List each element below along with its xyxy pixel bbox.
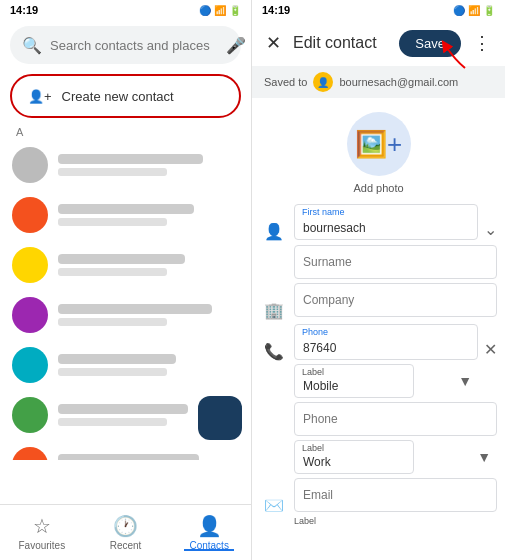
phone1-label-wrap: Label Mobile Home Work ▼ xyxy=(294,364,478,398)
first-name-row: 👤 First name ⌄ xyxy=(260,204,497,241)
right-status-bar: 14:19 🔵 📶 🔋 xyxy=(252,0,505,20)
edit-toolbar: ✕ Edit contact Save ⋮ xyxy=(252,20,505,66)
company-field-wrap xyxy=(294,283,497,317)
left-status-icons: 🔵 📶 🔋 xyxy=(199,5,241,16)
company-input[interactable] xyxy=(294,283,497,317)
email-fields-group: Label xyxy=(294,478,497,526)
contact-sub xyxy=(58,368,167,376)
contact-name xyxy=(58,304,212,314)
avatar xyxy=(12,197,48,233)
contact-sub xyxy=(58,218,167,226)
star-icon: ☆ xyxy=(33,514,51,538)
phone1-field-wrap: Phone xyxy=(294,324,478,360)
contact-sub xyxy=(58,418,167,426)
list-item[interactable] xyxy=(4,340,247,390)
name-fields-group: First name xyxy=(294,204,478,240)
contact-info xyxy=(58,254,239,276)
form-area: 🖼️+ Add photo 👤 First name ⌄ xyxy=(252,98,505,560)
right-time: 14:19 xyxy=(262,4,290,16)
surname-input[interactable] xyxy=(294,245,497,279)
phone1-fields-group: Phone Label Mobile Home Work ▼ xyxy=(294,324,478,398)
search-icon: 🔍 xyxy=(22,36,42,55)
company-fields-group xyxy=(294,283,497,317)
phone1-label: Phone xyxy=(302,327,328,337)
search-bar[interactable]: 🔍 🎤 ⋮ xyxy=(10,26,241,64)
alpha-label: A xyxy=(4,124,247,140)
contact-info xyxy=(58,154,239,176)
first-name-field-wrap: First name xyxy=(294,204,478,240)
email-label-text: Label xyxy=(294,516,316,526)
create-contact-label: Create new contact xyxy=(62,89,174,104)
fab-button[interactable]: ⊞ xyxy=(198,396,242,440)
save-button[interactable]: Save xyxy=(399,30,461,57)
list-item[interactable] xyxy=(4,440,247,460)
contact-name xyxy=(58,154,203,164)
email-input[interactable] xyxy=(294,478,497,512)
avatar xyxy=(12,347,48,383)
saved-to-bar: Saved to 👤 bournesach@gmail.com xyxy=(252,66,505,98)
list-item[interactable] xyxy=(4,290,247,340)
contact-info xyxy=(58,304,239,326)
company-row: 🏢 xyxy=(260,283,497,320)
phone2-field-wrap xyxy=(294,402,497,436)
left-panel: 14:19 🔵 📶 🔋 🔍 🎤 ⋮ 👤+ Create new contact … xyxy=(0,0,252,560)
contact-sub xyxy=(58,168,167,176)
phone2-label-wrap: Label Work Mobile Home ▼ xyxy=(294,440,497,474)
nav-label-favourites: Favourites xyxy=(18,540,65,551)
delete-phone1-button[interactable]: ✕ xyxy=(484,324,497,359)
contact-name xyxy=(58,404,188,414)
search-input[interactable] xyxy=(50,38,218,53)
list-item[interactable] xyxy=(4,140,247,190)
email-icon: ✉️ xyxy=(260,478,288,515)
nav-item-favourites[interactable]: ☆ Favourites xyxy=(0,514,84,551)
phone1-row: 📞 Phone Label Mobile Home Work ▼ ✕ xyxy=(260,324,497,398)
account-icon: 👤 xyxy=(317,77,329,88)
mic-icon[interactable]: 🎤 xyxy=(226,36,246,55)
surname-fields-group xyxy=(294,245,497,279)
phone-icon: 📞 xyxy=(260,324,288,361)
add-photo-button[interactable]: 🖼️+ xyxy=(347,112,411,176)
wifi-icon: 📶 xyxy=(214,5,226,16)
contacts-icon: 👤 xyxy=(197,514,222,538)
email-row: ✉️ Label xyxy=(260,478,497,526)
add-photo-label: Add photo xyxy=(353,182,403,194)
add-photo-icon: 🖼️+ xyxy=(355,129,402,160)
right-wifi-icon: 📶 xyxy=(468,5,480,16)
nav-label-recent: Recent xyxy=(110,540,142,551)
edit-contact-title: Edit contact xyxy=(293,34,391,52)
company-icon: 🏢 xyxy=(260,283,288,320)
left-time: 14:19 xyxy=(10,4,38,16)
phone2-icon-spacer xyxy=(260,402,288,420)
contact-name xyxy=(58,204,194,214)
more-options-button[interactable]: ⋮ xyxy=(469,28,495,58)
create-new-contact-button[interactable]: 👤+ Create new contact xyxy=(10,74,241,118)
right-bluetooth-icon: 🔵 xyxy=(453,5,465,16)
right-battery-icon: 🔋 xyxy=(483,5,495,16)
right-panel: 14:19 🔵 📶 🔋 ✕ Edit contact Save ⋮ Saved … xyxy=(252,0,505,560)
nav-item-contacts[interactable]: 👤 Contacts xyxy=(167,514,251,551)
first-name-label: First name xyxy=(302,207,345,217)
list-item[interactable] xyxy=(4,240,247,290)
select-arrow2-icon: ▼ xyxy=(477,449,491,465)
email-field-wrap xyxy=(294,478,497,512)
phone2-label-text: Label xyxy=(302,443,324,453)
add-photo-section: 🖼️+ Add photo xyxy=(260,98,497,204)
avatar xyxy=(12,297,48,333)
person-icon: 👤 xyxy=(260,204,288,241)
phone2-input[interactable] xyxy=(294,402,497,436)
email-label-wrap: Label xyxy=(294,516,497,526)
nav-item-recent[interactable]: 🕐 Recent xyxy=(84,514,168,551)
surname-row xyxy=(260,245,497,279)
search-actions: 🎤 ⋮ xyxy=(226,36,252,55)
contact-info xyxy=(58,204,239,226)
expand-button[interactable]: ⌄ xyxy=(484,204,497,239)
active-underline xyxy=(184,549,234,551)
bottom-nav: ☆ Favourites 🕐 Recent 👤 Contacts xyxy=(0,504,251,560)
phone1-label-text: Label xyxy=(302,367,324,377)
close-button[interactable]: ✕ xyxy=(262,28,285,58)
list-item[interactable] xyxy=(4,190,247,240)
avatar xyxy=(12,447,48,460)
left-status-bar: 14:19 🔵 📶 🔋 xyxy=(0,0,251,20)
contact-sub xyxy=(58,268,167,276)
add-person-icon: 👤+ xyxy=(28,89,52,104)
